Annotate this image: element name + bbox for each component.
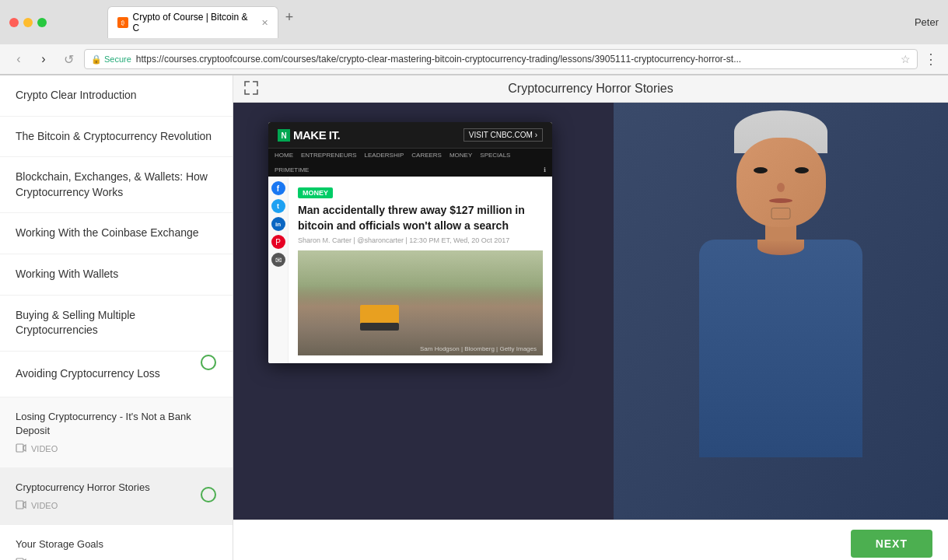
bulldozer xyxy=(360,305,415,332)
tab-close-button[interactable]: ✕ xyxy=(261,18,268,28)
article-headline: Man accidentally threw away $127 million… xyxy=(298,203,543,233)
bottom-bar: NEXT xyxy=(233,520,948,560)
sidebar-item-title: Buying & Selling Multiple Cryptocurrenci… xyxy=(16,308,217,338)
sidebar-item-buying-selling[interactable]: Buying & Selling Multiple Cryptocurrenci… xyxy=(0,296,233,352)
video-icon xyxy=(16,557,26,561)
traffic-lights xyxy=(9,18,47,27)
browser-chrome: ₿ Crypto of Course | Bitcoin & C ✕ + Pet… xyxy=(0,0,948,75)
video-icon xyxy=(16,443,26,455)
user-name: Peter xyxy=(915,16,939,28)
twitter-icon: t xyxy=(271,199,285,213)
tab-title: Crypto of Course | Bitcoin & C xyxy=(133,12,254,33)
sidebar-item-coinbase-exchange[interactable]: Working With the Coinbase Exchange xyxy=(0,213,233,254)
svg-rect-3 xyxy=(16,501,23,509)
video-frame: N MAKE IT. VISIT CNBC.COM › HOME ENTREPR… xyxy=(233,103,948,520)
svg-point-5 xyxy=(201,488,215,502)
video-header: Cryptocurrency Horror Stories xyxy=(233,75,948,103)
url-text: https://courses.cryptoofcourse.com/cours… xyxy=(136,54,896,65)
presenter-person xyxy=(695,110,866,457)
refresh-button[interactable]: ↺ xyxy=(59,50,78,68)
article-image: Sam Hodgson | Bloomberg | Getty Images xyxy=(298,250,543,355)
tab-area: ₿ Crypto of Course | Bitcoin & C ✕ + xyxy=(53,6,355,38)
make-it-logo: N MAKE IT. xyxy=(278,128,340,142)
sidebar: Crypto Clear Introduction The Bitcoin & … xyxy=(0,75,233,560)
money-badge: MONEY xyxy=(298,187,333,198)
social-sidebar: f t in P ✉ xyxy=(268,177,289,363)
sidebar-item-horror-stories[interactable]: Cryptocurrency Horror Stories VIDEO xyxy=(0,468,233,525)
sidebar-item-meta: VIDEO xyxy=(16,557,217,561)
sidebar-item-storage-goals[interactable]: Your Storage Goals VIDEO xyxy=(0,525,233,560)
browser-tab[interactable]: ₿ Crypto of Course | Bitcoin & C ✕ xyxy=(107,6,278,38)
sidebar-item-blockchain-exchanges[interactable]: Blockchain, Exchanges, & Wallets: How Cr… xyxy=(0,157,233,213)
sidebar-item-crypto-clear-intro[interactable]: Crypto Clear Introduction xyxy=(0,75,233,117)
presenter-area xyxy=(614,103,948,520)
sidebar-item-title: Crypto Clear Introduction xyxy=(16,88,217,103)
close-button[interactable] xyxy=(9,18,19,27)
sidebar-item-meta: VIDEO xyxy=(16,499,200,512)
svg-rect-2 xyxy=(16,444,23,452)
sidebar-item-bitcoin-revolution[interactable]: The Bitcoin & Cryptocurrency Revolution xyxy=(0,117,233,158)
sidebar-item-title: Blockchain, Exchanges, & Wallets: How Cr… xyxy=(16,170,217,200)
video-label: VIDEO xyxy=(31,444,58,453)
progress-circle-avoiding-loss xyxy=(200,354,217,374)
secure-badge: 🔒 Secure xyxy=(91,54,131,65)
sidebar-item-title: Your Storage Goals xyxy=(16,537,217,551)
sidebar-item-title: Working With Wallets xyxy=(16,267,217,282)
progress-circle-horror-stories xyxy=(200,486,217,506)
sidebar-item-title: Working With the Coinbase Exchange xyxy=(16,226,217,241)
minimize-button[interactable] xyxy=(23,18,33,27)
article-byline: Sharon M. Carter | @sharoncarter | 12:30… xyxy=(298,236,543,244)
back-button[interactable]: ‹ xyxy=(9,50,28,68)
sidebar-item-working-wallets[interactable]: Working With Wallets xyxy=(0,254,233,296)
browser-toolbar: ‹ › ↺ 🔒 Secure https://courses.cryptoofc… xyxy=(0,44,948,75)
expand-button[interactable] xyxy=(243,79,260,99)
sidebar-item-title: Cryptocurrency Horror Stories xyxy=(16,481,200,495)
svg-point-1 xyxy=(201,355,215,369)
browser-menu-button[interactable]: ⋮ xyxy=(924,51,939,68)
main-layout: Crypto Clear Introduction The Bitcoin & … xyxy=(0,75,948,560)
article-main-content: MONEY Man accidentally threw away $127 m… xyxy=(289,177,552,363)
visit-cnbc-button[interactable]: VISIT CNBC.COM › xyxy=(464,128,543,142)
article-body: f t in P ✉ MONEY Man accidentally threw … xyxy=(268,177,552,363)
video-title: Cryptocurrency Horror Stories xyxy=(508,82,673,96)
presenter-shirt xyxy=(699,240,862,457)
facebook-icon: f xyxy=(271,181,285,195)
maximize-button[interactable] xyxy=(37,18,47,27)
article-mockup: N MAKE IT. VISIT CNBC.COM › HOME ENTREPR… xyxy=(268,122,552,363)
article-nav: HOME ENTREPRENEURS LEADERSHIP CAREERS MO… xyxy=(268,148,552,177)
pinterest-icon: P xyxy=(271,235,285,249)
sidebar-item-title: The Bitcoin & Cryptocurrency Revolution xyxy=(16,129,217,145)
linkedin-icon: in xyxy=(271,217,285,231)
forward-button[interactable]: › xyxy=(34,50,53,68)
new-tab-button[interactable]: + xyxy=(278,6,300,28)
sidebar-item-losing-crypto[interactable]: Losing Cryptocurrency - It's Not a Bank … xyxy=(0,397,233,468)
video-icon xyxy=(16,499,26,512)
next-button[interactable]: NEXT xyxy=(851,530,932,558)
sidebar-item-avoiding-loss[interactable]: Avoiding Cryptocurrency Loss xyxy=(0,352,233,397)
svg-text:N: N xyxy=(281,131,286,140)
sidebar-item-title: Avoiding Cryptocurrency Loss xyxy=(16,366,160,382)
sidebar-item-meta: VIDEO xyxy=(16,443,217,455)
bookmark-icon[interactable]: ☆ xyxy=(901,53,911,65)
presenter-face xyxy=(736,138,826,227)
address-bar[interactable]: 🔒 Secure https://courses.cryptoofcourse.… xyxy=(84,49,918,69)
browser-titlebar: ₿ Crypto of Course | Bitcoin & C ✕ + Pet… xyxy=(0,0,948,44)
content-area: Cryptocurrency Horror Stories N MAKE IT.… xyxy=(233,75,948,560)
video-label: VIDEO xyxy=(31,501,58,510)
email-icon: ✉ xyxy=(271,253,285,267)
sidebar-item-title: Losing Cryptocurrency - It's Not a Bank … xyxy=(16,410,217,438)
tab-favicon: ₿ xyxy=(117,17,128,28)
article-header: N MAKE IT. VISIT CNBC.COM › xyxy=(268,122,552,148)
